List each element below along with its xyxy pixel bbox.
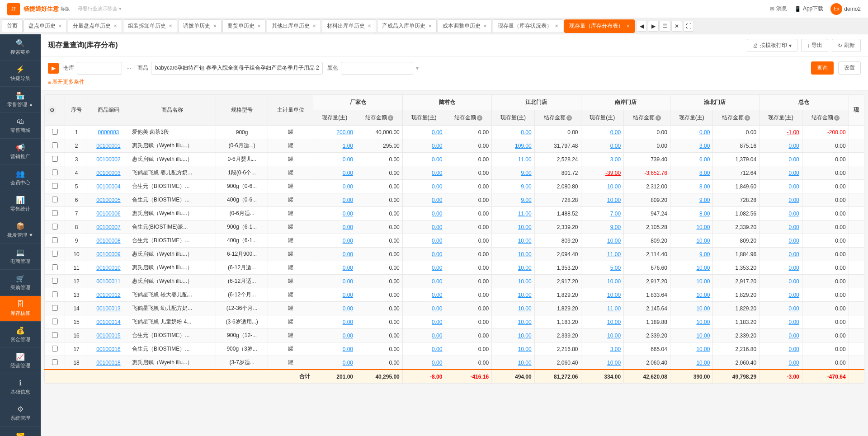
row-jb-qty[interactable]: 9.00 (492, 180, 535, 193)
row-na-qty[interactable]: 3.00 (581, 342, 624, 356)
tab-pddh[interactable]: 盘点单历史✕ (24, 19, 67, 33)
row-cf-qty[interactable]: 0.00 (313, 234, 356, 248)
sidebar-item-search[interactable]: 🔍 搜索英单 (0, 34, 41, 61)
row-code[interactable]: 00100010 (88, 261, 129, 275)
row-yb-qty[interactable]: 10.00 (670, 329, 713, 342)
row-lc-qty[interactable]: 0.00 (402, 153, 445, 166)
row-code[interactable]: 00100003 (88, 166, 129, 180)
row-yb-qty[interactable]: 3.00 (670, 139, 713, 153)
row-zc-qty[interactable]: 0.00 (760, 220, 802, 234)
sidebar-item-inventory[interactable]: 🗄 库存核算 (0, 296, 41, 322)
row-check[interactable] (45, 302, 65, 315)
row-na-qty[interactable]: 3.00 (581, 153, 624, 166)
row-cf-qty[interactable]: 0.00 (313, 220, 356, 234)
row-zc-qty[interactable]: 0.00 (760, 166, 802, 180)
row-zc-qty[interactable]: 0.00 (760, 342, 802, 356)
row-code[interactable]: 00100008 (88, 234, 129, 248)
row-yb-qty[interactable]: 8.00 (670, 166, 713, 180)
sidebar-item-retail-shop[interactable]: 🛍 零售商城 (0, 113, 41, 139)
row-zc-qty[interactable]: 0.00 (760, 180, 802, 193)
row-code[interactable]: 00100013 (88, 302, 129, 315)
row-lc-qty[interactable]: 0.00 (402, 126, 445, 139)
row-cf-qty[interactable]: 0.00 (313, 315, 356, 329)
row-check[interactable] (45, 234, 65, 248)
tab-kcfb[interactable]: 现存量（库存分布表）✕ (564, 19, 635, 33)
row-code[interactable]: 00100018 (88, 356, 129, 370)
row-lc-qty[interactable]: 0.00 (402, 342, 445, 356)
row-na-qty[interactable]: 10.00 (581, 193, 624, 207)
row-code[interactable]: 00100012 (88, 288, 129, 302)
row-cf-qty[interactable]: 0.00 (313, 356, 356, 370)
row-lc-qty[interactable]: 0.00 (402, 261, 445, 275)
tab-close-zztcdh[interactable]: ✕ (169, 23, 172, 28)
row-yb-qty[interactable]: 10.00 (670, 220, 713, 234)
row-na-qty[interactable]: 0.00 (581, 126, 624, 139)
row-code[interactable]: 00100009 (88, 248, 129, 261)
row-yb-qty[interactable]: 9.00 (670, 248, 713, 261)
row-code[interactable]: 00100007 (88, 220, 129, 234)
tab-nav-expand[interactable]: ☰ (660, 21, 670, 32)
filter-toggle-btn[interactable]: ▶ (48, 63, 59, 74)
tab-qtcckdh[interactable]: 其他出库单历史✕ (267, 19, 321, 33)
row-code[interactable]: 00100011 (88, 275, 129, 288)
row-check[interactable] (45, 193, 65, 207)
row-na-qty[interactable]: 11.00 (581, 302, 624, 315)
row-check[interactable] (45, 315, 65, 329)
app-download-btn[interactable]: 📱 App下载 (794, 5, 823, 13)
row-jb-qty[interactable]: 11.00 (492, 153, 535, 166)
row-na-qty[interactable]: 10.00 (581, 329, 624, 342)
row-jb-qty[interactable]: 10.00 (492, 288, 535, 302)
row-zc-qty[interactable]: 0.00 (760, 329, 802, 342)
tab-zztcdh[interactable]: 组装拆卸单历史✕ (123, 19, 177, 33)
row-zc-qty[interactable]: 0.00 (760, 261, 802, 275)
row-code[interactable]: 00100002 (88, 153, 129, 166)
row-na-qty[interactable]: 9.00 (581, 220, 624, 234)
row-code[interactable]: 00100014 (88, 315, 129, 329)
tab-close-pddh[interactable]: ✕ (58, 23, 62, 28)
row-lc-qty[interactable]: 0.00 (402, 193, 445, 207)
row-yb-qty[interactable]: 9.00 (670, 193, 713, 207)
row-jb-qty[interactable]: 9.00 (492, 193, 535, 207)
row-check[interactable] (45, 288, 65, 302)
row-zc-qty[interactable]: 0.00 (760, 288, 802, 302)
row-cf-qty[interactable]: 0.00 (313, 193, 356, 207)
row-zc-qty[interactable]: 0.00 (760, 153, 802, 166)
row-cf-qty[interactable]: 0.00 (313, 248, 356, 261)
row-yb-qty[interactable]: 10.00 (670, 234, 713, 248)
tab-close-ccrkkdh[interactable]: ✕ (428, 23, 432, 28)
row-zc-qty[interactable]: 0.00 (760, 275, 802, 288)
row-zc-qty[interactable]: 0.00 (760, 315, 802, 329)
row-lc-qty[interactable]: 0.00 (402, 275, 445, 288)
row-code[interactable]: 00100016 (88, 342, 129, 356)
row-na-qty[interactable]: 0.00 (581, 139, 624, 153)
sidebar-item-wholesale[interactable]: 📦 批发管理 ▼ (0, 217, 41, 244)
row-lc-qty[interactable]: 0.00 (402, 180, 445, 193)
row-jb-qty[interactable]: 0.00 (492, 126, 535, 139)
row-cf-qty[interactable]: 0.00 (313, 261, 356, 275)
tab-close-kcqk[interactable]: ✕ (555, 23, 558, 28)
row-cf-qty[interactable]: 1.00 (313, 139, 356, 153)
tab-close-tydh[interactable]: ✕ (213, 23, 217, 28)
row-check[interactable] (45, 207, 65, 220)
row-yb-qty[interactable]: 10.00 (670, 356, 713, 370)
sidebar-item-enterprise[interactable]: 🤝 企业协同 (0, 427, 41, 436)
setting-btn[interactable]: 设置 (838, 61, 861, 75)
row-lc-qty[interactable]: 0.00 (402, 166, 445, 180)
row-cf-qty[interactable]: 0.00 (313, 342, 356, 356)
row-check[interactable] (45, 261, 65, 275)
row-yb-qty[interactable]: 8.00 (670, 180, 713, 193)
row-jb-qty[interactable]: 10.00 (492, 315, 535, 329)
expand-conditions-btn[interactable]: ≡ 展开更多条件 (48, 78, 861, 86)
row-lc-qty[interactable]: 0.00 (402, 234, 445, 248)
row-cf-qty[interactable]: 0.00 (313, 302, 356, 315)
tab-fullscreen[interactable]: ⛶ (683, 21, 694, 32)
row-yb-qty[interactable]: 0.00 (670, 126, 713, 139)
sidebar-item-ecommerce[interactable]: 💻 电商管理 (0, 244, 41, 270)
row-jb-qty[interactable]: 10.00 (492, 302, 535, 315)
tab-close-clckdh[interactable]: ✕ (368, 23, 371, 28)
tab-close-qtcckdh[interactable]: ✕ (312, 23, 316, 28)
row-cf-qty[interactable]: 0.00 (313, 153, 356, 166)
row-check[interactable] (45, 180, 65, 193)
refresh-btn[interactable]: ↻ 刷新 (832, 39, 861, 52)
row-zc-qty[interactable]: 0.00 (760, 139, 802, 153)
